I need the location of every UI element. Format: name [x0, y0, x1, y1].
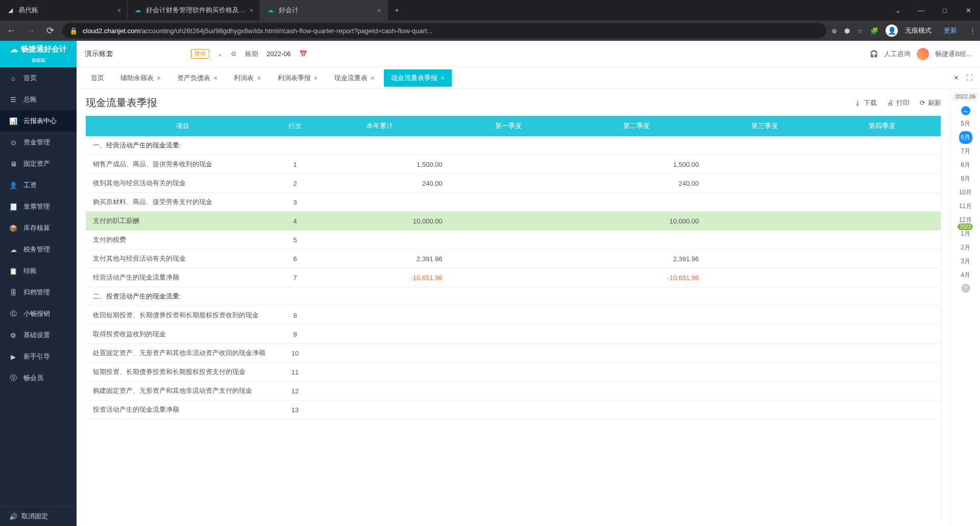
download-button[interactable]: ⭳下载 — [854, 98, 877, 108]
close-icon[interactable]: × — [314, 74, 318, 82]
puzzle-icon[interactable]: 🧩 — [870, 27, 878, 35]
extension-icon[interactable]: ⬢ — [844, 27, 850, 35]
sidebar-item-money[interactable]: ⊙资金管理 — [0, 132, 77, 153]
sidebar-item-close[interactable]: 📋结账 — [0, 260, 77, 282]
table-row[interactable]: 支付其他与经营活动有关的现金62,391.962,391.96 — [86, 249, 941, 268]
new-tab-button[interactable]: ＋ — [388, 0, 406, 20]
q1-cell — [450, 249, 567, 268]
tab-6[interactable]: 现金流量表季报× — [384, 69, 452, 87]
user-name[interactable]: 畅捷通B组... — [935, 49, 972, 59]
window-maximize-icon[interactable]: □ — [933, 0, 957, 20]
refresh-icon: ⟳ — [920, 99, 925, 107]
sidebar-item-stock[interactable]: 📦库存核算 — [0, 217, 77, 239]
reload-button[interactable]: ⟳ — [43, 23, 57, 38]
scroll-down-icon[interactable]: ︾ — [961, 284, 970, 293]
window-minimize-icon[interactable]: — — [910, 0, 933, 20]
table-row[interactable]: 支付的税费5 — [86, 231, 941, 249]
month-option[interactable]: 4月 — [961, 269, 970, 282]
sidebar-item-ledger[interactable]: ☰总账 — [0, 89, 77, 110]
sidebar-item-report[interactable]: 📊云报表中心 — [0, 110, 77, 132]
close-icon[interactable]: × — [440, 74, 445, 82]
chevron-down-icon[interactable]: ⌄ — [217, 51, 223, 58]
sidebar-item-asset[interactable]: 🖥固定资产 — [0, 153, 77, 174]
print-button[interactable]: 🖨打印 — [887, 98, 910, 108]
table-row[interactable]: 一、经营活动产生的现金流量: — [86, 136, 941, 155]
sidebar-item-tax[interactable]: ☁税务管理 — [0, 239, 77, 260]
browser-tab-0[interactable]: ◢ 易代账 × — [0, 0, 128, 20]
gear-icon[interactable]: ⚙ — [231, 50, 237, 58]
table-row[interactable]: 收到其他与经营活动有关的现金2240.00240.00 — [86, 174, 941, 193]
calendar-icon[interactable]: 📅 — [299, 50, 307, 58]
browser-tab-1[interactable]: ☁ 好会计财务管理软件购买价格及… × — [128, 0, 260, 20]
menu-icon[interactable]: ⋮ — [969, 27, 976, 35]
month-option[interactable]: 11月 — [959, 200, 972, 213]
table-row[interactable]: 二、投资活动产生的现金流量: — [86, 287, 941, 306]
q3-cell — [706, 193, 823, 212]
table-row[interactable]: 处置固定资产、无形资产和其他非流动资产收回的现金净额10 — [86, 344, 941, 363]
avatar[interactable] — [917, 48, 929, 60]
sidebar-item-salary[interactable]: 👤工资 — [0, 174, 77, 196]
close-icon[interactable]: × — [257, 74, 261, 82]
table-row[interactable]: 购建固定资产、无形资产和其他非流动资产支付的现金12 — [86, 382, 941, 400]
sidebar-item-member[interactable]: Ⓥ畅会员 — [0, 367, 77, 389]
month-option[interactable]: 5月 — [961, 117, 970, 130]
forward-button[interactable]: → — [23, 23, 38, 38]
sidebar-item-invoice[interactable]: 🧾发票管理 — [0, 196, 77, 217]
tab-1[interactable]: 辅助余额表× — [113, 69, 168, 87]
tab-3[interactable]: 利润表× — [227, 69, 268, 87]
tab-0[interactable]: 首页 — [84, 69, 111, 87]
close-icon[interactable]: × — [250, 7, 254, 14]
url-path: /accounting/uh26t264j5ui/98gdhygx8w/idx.… — [140, 27, 432, 35]
table-row[interactable]: 购买原材料、商品、接受劳务支付的现金3 — [86, 193, 941, 212]
period-value[interactable]: 2022-06 — [266, 50, 291, 58]
close-icon[interactable]: × — [157, 74, 161, 82]
tab-4[interactable]: 利润表季报× — [271, 69, 325, 87]
month-option[interactable]: 3月 — [961, 255, 970, 268]
close-icon[interactable]: × — [377, 7, 381, 14]
unpin-sidebar-button[interactable]: 🔊 取消固定 — [0, 506, 77, 526]
rownum-cell: 2 — [280, 174, 310, 193]
table-row[interactable]: 收回短期投资、长期债券投资和长期股权投资收到的现金8 — [86, 306, 941, 325]
month-option[interactable]: 9月 — [961, 172, 970, 185]
month-option[interactable]: 6月 — [959, 131, 972, 144]
window-dropdown-icon[interactable]: ⌄ — [886, 0, 910, 20]
support-link[interactable]: 人工咨询 — [884, 49, 911, 59]
fullscreen-icon[interactable]: ⛶ — [966, 74, 973, 82]
zoom-icon[interactable]: ⊕ — [831, 27, 837, 35]
browser-tab-2[interactable]: ☁ 好会计 × — [260, 0, 388, 20]
back-button[interactable]: ← — [4, 23, 18, 38]
month-option[interactable]: 2月 — [961, 241, 970, 254]
close-icon[interactable]: × — [213, 74, 217, 82]
url-bar[interactable]: 🔒 cloud2.chanjet.com/accounting/uh26t264… — [62, 23, 826, 38]
incognito-icon[interactable]: 👤 — [886, 24, 898, 37]
close-icon[interactable]: × — [117, 7, 121, 14]
refresh-button[interactable]: ⟳刷新 — [920, 98, 941, 108]
sidebar-item-reimburse[interactable]: Ⓒ小畅报销 — [0, 303, 77, 324]
tab-5[interactable]: 现金流量表× — [327, 69, 382, 87]
sidebar-item-guide[interactable]: ▶新手引导 — [0, 346, 77, 367]
table-row[interactable]: 短期投资、长期债券投资和长期股权投资支付的现金11 — [86, 363, 941, 382]
sidebar-item-home[interactable]: ⌂首页 — [0, 67, 77, 89]
month-option[interactable]: 10月 — [959, 186, 972, 199]
close-icon[interactable]: × — [371, 74, 375, 82]
update-button[interactable]: 更新 — [939, 24, 962, 37]
month-option[interactable]: 8月 — [961, 159, 970, 171]
sidebar-item-archive[interactable]: 🗄归档管理 — [0, 282, 77, 303]
window-close-icon[interactable]: ✕ — [957, 0, 980, 20]
q3-cell — [706, 325, 823, 344]
sidebar-item-settings[interactable]: ⚙基础设置 — [0, 324, 77, 346]
report-table-wrap[interactable]: 项目行次本年累计第一季度第二季度第三季度第四季度 一、经营活动产生的现金流量:销… — [86, 116, 941, 519]
total-cell — [310, 344, 450, 363]
scroll-up-icon[interactable]: ︽ — [961, 106, 970, 115]
close-all-tabs-icon[interactable]: ✕ — [953, 74, 959, 82]
month-option[interactable]: 7月 — [961, 145, 970, 158]
tab-2[interactable]: 资产负债表× — [170, 69, 225, 87]
table-row[interactable]: 支付的职工薪酬410,000.0010,000.00 — [86, 212, 941, 231]
account-name[interactable]: 演示账套 — [85, 49, 113, 59]
table-row[interactable]: 销售产成品、商品、提供劳务收到的现金11,500.001,500.00 — [86, 155, 941, 174]
app-logo[interactable]: ☁畅捷通好会计 旗舰版 — [0, 41, 77, 67]
table-row[interactable]: 投资活动产生的现金流量净额13 — [86, 400, 941, 419]
table-row[interactable]: 取得投资收益收到的现金9 — [86, 325, 941, 344]
bookmark-icon[interactable]: ☆ — [857, 27, 863, 35]
table-row[interactable]: 经营活动产生的现金流量净额7-10,651.96-10,651.96 — [86, 268, 941, 287]
